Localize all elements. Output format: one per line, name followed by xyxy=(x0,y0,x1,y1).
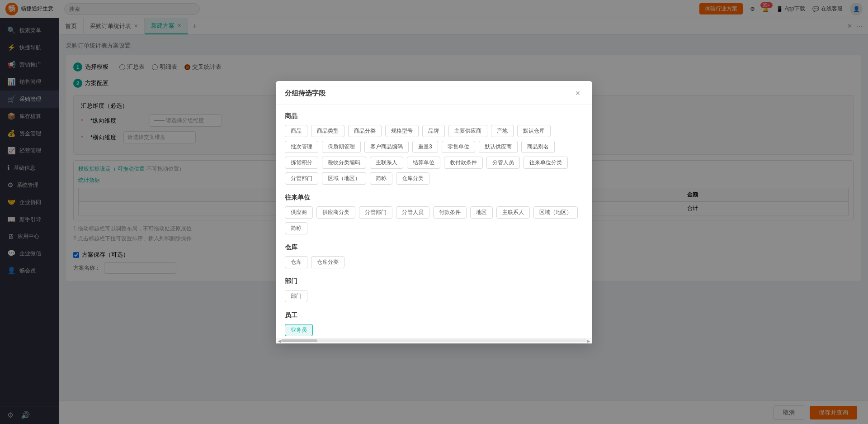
field-tag[interactable]: 供应商 xyxy=(285,206,313,219)
modal-title: 分组待选字段 xyxy=(285,89,326,98)
employee-field-grid: 业务员 xyxy=(285,324,583,336)
field-tag[interactable]: 区域（地区） xyxy=(322,172,366,185)
field-tag[interactable]: 仓库分类 xyxy=(311,256,344,268)
field-tag[interactable]: 仓库 xyxy=(285,256,307,268)
field-tag[interactable]: 商品 xyxy=(285,125,307,137)
modal-section-partner: 往来单位 供应商 供应商分类 分管部门 分管人员 付款条件 地区 主联系人 区域… xyxy=(285,194,583,234)
field-tag[interactable]: 零售单位 xyxy=(442,141,475,153)
field-tag-bizstaff[interactable]: 业务员 xyxy=(285,324,313,336)
field-tag[interactable]: 主要供应商 xyxy=(448,125,487,137)
field-tag[interactable]: 地区 xyxy=(470,206,493,219)
field-tag[interactable]: 商品类型 xyxy=(311,125,344,137)
modal: 分组待选字段 × 商品 商品 商品类型 商品分类 规格型号 品牌 主要供应商 产… xyxy=(276,81,592,343)
field-tag[interactable]: 区域（地区） xyxy=(533,206,578,219)
warehouse-field-grid: 仓库 仓库分类 xyxy=(285,256,583,268)
field-tag[interactable]: 分管部门 xyxy=(359,206,392,219)
field-tag[interactable]: 客户商品编码 xyxy=(364,141,409,153)
dept-field-grid: 部门 xyxy=(285,290,583,302)
partner-section-title: 往来单位 xyxy=(285,194,583,202)
field-tag[interactable]: 产地 xyxy=(491,125,514,137)
modal-section-employee: 员工 业务员 xyxy=(285,311,583,336)
field-tag[interactable]: 收付款条件 xyxy=(444,157,483,169)
field-tag[interactable]: 商品别名 xyxy=(521,141,555,153)
field-tag[interactable]: 重量3 xyxy=(412,141,438,153)
field-tag[interactable]: 默认仓库 xyxy=(517,125,551,137)
field-tag[interactable]: 批次管理 xyxy=(285,141,318,153)
field-tag[interactable]: 主联系人 xyxy=(370,157,403,169)
goods-field-grid: 商品 商品类型 商品分类 规格型号 品牌 主要供应商 产地 默认仓库 批次管理 … xyxy=(285,125,583,185)
modal-section-warehouse: 仓库 仓库 仓库分类 xyxy=(285,243,583,268)
field-tag[interactable]: 简称 xyxy=(285,222,307,234)
field-tag[interactable]: 品牌 xyxy=(422,125,445,137)
partner-field-grid: 供应商 供应商分类 分管部门 分管人员 付款条件 地区 主联系人 区域（地区） … xyxy=(285,206,583,234)
modal-body[interactable]: 商品 商品 商品类型 商品分类 规格型号 品牌 主要供应商 产地 默认仓库 批次… xyxy=(276,105,592,338)
modal-overlay: 分组待选字段 × 商品 商品 商品类型 商品分类 规格型号 品牌 主要供应商 产… xyxy=(0,0,868,424)
field-tag[interactable]: 付款条件 xyxy=(433,206,467,219)
goods-section-title: 商品 xyxy=(285,112,583,120)
modal-hscrollbar[interactable]: ◀ ▶ xyxy=(276,338,592,343)
dept-section-title: 部门 xyxy=(285,277,583,286)
modal-close-btn[interactable]: × xyxy=(572,88,583,99)
field-tag[interactable]: 税收分类编码 xyxy=(322,157,366,169)
field-tag[interactable]: 规格型号 xyxy=(385,125,419,137)
field-tag[interactable]: 分管人员 xyxy=(396,206,429,219)
employee-section-title: 员工 xyxy=(285,311,583,319)
field-tag[interactable]: 供应商分类 xyxy=(316,206,355,219)
hscroll-right-arrow[interactable]: ▶ xyxy=(587,338,590,343)
field-tag[interactable]: 仓库分类 xyxy=(396,172,429,185)
field-tag[interactable]: 结算单位 xyxy=(407,157,440,169)
field-tag[interactable]: 往来单位分类 xyxy=(524,157,568,169)
modal-header: 分组待选字段 × xyxy=(276,81,592,105)
field-tag[interactable]: 分管部门 xyxy=(285,172,318,185)
hscroll-track[interactable] xyxy=(281,339,587,342)
field-tag[interactable]: 商品分类 xyxy=(348,125,382,137)
modal-section-dept: 部门 部门 xyxy=(285,277,583,302)
field-tag[interactable]: 拣货积分 xyxy=(285,157,318,169)
field-tag[interactable]: 简称 xyxy=(370,172,392,185)
warehouse-section-title: 仓库 xyxy=(285,243,583,252)
hscroll-left-arrow[interactable]: ◀ xyxy=(278,338,281,343)
field-tag[interactable]: 主联系人 xyxy=(496,206,530,219)
field-tag[interactable]: 部门 xyxy=(285,290,307,302)
field-tag[interactable]: 默认供应商 xyxy=(479,141,518,153)
field-tag[interactable]: 保质期管理 xyxy=(322,141,361,153)
modal-section-goods: 商品 商品 商品类型 商品分类 规格型号 品牌 主要供应商 产地 默认仓库 批次… xyxy=(285,112,583,185)
field-tag[interactable]: 分管人员 xyxy=(486,157,520,169)
hscroll-thumb[interactable] xyxy=(281,339,317,342)
